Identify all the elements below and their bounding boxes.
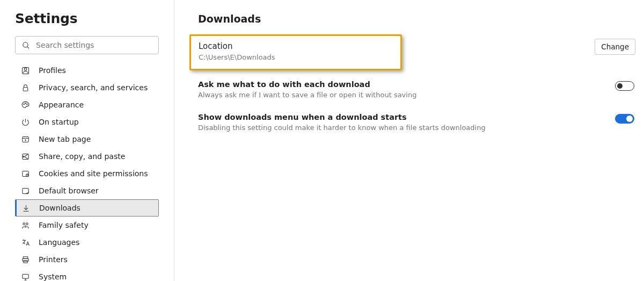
svg-point-0 [23,42,27,47]
sidebar-item-profiles[interactable]: Profiles [15,62,159,79]
sidebar-item-label: System [39,272,67,281]
palette-icon [20,100,30,110]
ask-title: Ask me what to do with each download [198,80,416,89]
svg-point-18 [26,222,28,225]
search-box[interactable] [15,36,159,54]
settings-sidebar: Settings Profiles Privacy, search, and s… [0,0,174,281]
search-icon [21,40,31,50]
sidebar-item-appearance[interactable]: Appearance [15,96,159,113]
svg-point-6 [25,103,25,103]
page-title: Settings [15,11,159,26]
sidebar-item-label: Profiles [39,66,66,75]
svg-point-19 [25,226,26,227]
system-icon [20,272,30,281]
svg-point-5 [23,104,24,104]
sidebar-item-label: Privacy, search, and services [39,83,148,92]
sidebar-item-label: Appearance [39,100,84,109]
sidebar-item-newtab[interactable]: New tab page [15,131,159,148]
svg-line-1 [27,46,28,48]
sidebar-item-system[interactable]: System [15,268,159,281]
sidebar-item-label: On startup [39,118,79,126]
ask-desc: Always ask me if I want to save a file o… [198,91,416,99]
show-menu-title: Show downloads menu when a download star… [198,113,486,121]
sidebar-item-family[interactable]: Family safety [15,217,159,234]
sidebar-item-label: Downloads [39,204,80,212]
svg-rect-4 [23,87,28,90]
family-icon [20,220,30,230]
sidebar-item-label: Printers [39,255,68,264]
show-menu-toggle[interactable] [615,114,634,124]
sidebar-item-cookies[interactable]: Cookies and site permissions [15,165,159,182]
location-title: Location [199,41,393,51]
language-icon [20,237,30,247]
power-icon [20,117,30,127]
svg-point-2 [24,68,27,70]
download-icon [21,203,31,213]
settings-nav: Profiles Privacy, search, and services A… [15,62,159,281]
main-heading: Downloads [198,13,635,25]
sidebar-item-printers[interactable]: Printers [15,251,159,268]
main-content: Downloads Location C:\Users\E\Downloads … [174,0,644,281]
sidebar-item-label: Share, copy, and paste [39,152,125,161]
svg-rect-22 [23,260,27,262]
permissions-icon [20,169,30,178]
sidebar-item-downloads[interactable]: Downloads [15,199,159,217]
search-input[interactable] [36,41,153,49]
sidebar-item-label: New tab page [39,135,91,143]
show-menu-desc: Disabling this setting could make it har… [198,124,486,132]
sidebar-item-privacy[interactable]: Privacy, search, and services [15,79,159,96]
browser-check-icon [20,186,30,196]
sidebar-item-label: Default browser [39,186,99,195]
sidebar-item-startup[interactable]: On startup [15,113,159,131]
ask-toggle[interactable] [615,81,634,91]
location-card-highlight: Location C:\Users\E\Downloads [189,34,402,70]
svg-point-7 [26,104,27,104]
svg-point-17 [23,222,25,225]
ask-download-row: Ask me what to do with each download Alw… [198,75,635,107]
lock-icon [20,83,30,92]
location-text: Location C:\Users\E\Downloads [199,41,393,61]
sidebar-item-default-browser[interactable]: Default browser [15,182,159,199]
svg-rect-23 [22,274,28,278]
share-icon [20,152,30,161]
profile-icon [20,66,30,75]
printer-icon [20,255,30,264]
sidebar-item-share[interactable]: Share, copy, and paste [15,148,159,165]
sidebar-item-label: Cookies and site permissions [39,169,148,178]
change-location-button[interactable]: Change [595,39,635,55]
sidebar-item-languages[interactable]: Languages [15,234,159,251]
show-menu-row: Show downloads menu when a download star… [198,107,635,140]
sidebar-item-label: Family safety [39,221,89,229]
newtab-icon [20,134,30,144]
location-path: C:\Users\E\Downloads [199,53,393,61]
sidebar-item-label: Languages [39,238,79,247]
